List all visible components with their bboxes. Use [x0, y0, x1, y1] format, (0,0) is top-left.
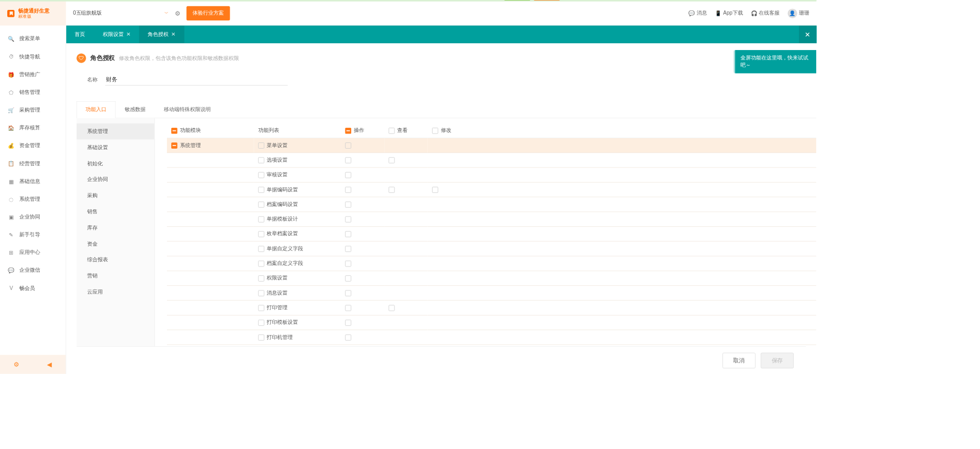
nav-item-4[interactable]: 🛒采购管理	[0, 101, 66, 119]
nav-icon: V	[8, 285, 15, 292]
user-menu[interactable]: 👤珊珊	[787, 8, 809, 18]
table-row: 系统管理菜单设置	[167, 138, 817, 152]
module-item-0[interactable]: 系统管理	[77, 124, 154, 140]
module-item-5[interactable]: 销售	[77, 204, 154, 220]
op-checkbox[interactable]	[345, 261, 351, 267]
module-checkbox[interactable]	[171, 142, 177, 149]
cancel-button[interactable]: 取消	[722, 353, 755, 368]
func-checkbox[interactable]	[258, 201, 265, 208]
table-row: 档案编码设置	[167, 197, 817, 212]
op-checkbox[interactable]	[345, 201, 351, 208]
shield-icon: 🛡	[77, 53, 86, 63]
func-checkbox[interactable]	[258, 261, 265, 267]
edit-header-checkbox[interactable]	[432, 128, 438, 134]
nav-item-7[interactable]: 📋经营管理	[0, 155, 66, 173]
func-checkbox[interactable]	[258, 172, 265, 178]
view-checkbox[interactable]	[389, 305, 395, 311]
nav-item-5[interactable]: 🏠库存核算	[0, 119, 66, 137]
table-row: 单据自定义字段	[167, 241, 817, 256]
sub-tab-2[interactable]: 移动端特殊权限说明	[155, 101, 220, 118]
module-item-7[interactable]: 资金	[77, 236, 154, 252]
module-item-2[interactable]: 初始化	[77, 155, 154, 172]
nav-label: 营销推广	[19, 71, 40, 78]
settings-icon[interactable]: ⚙	[14, 361, 19, 368]
experience-button[interactable]: 体验行业方案	[186, 6, 230, 20]
promo-training-button[interactable]: 在线培训	[504, 0, 530, 1]
func-checkbox[interactable]	[258, 320, 265, 326]
op-checkbox[interactable]	[345, 216, 351, 223]
op-checkbox[interactable]	[345, 290, 351, 296]
nav-item-8[interactable]: ▦基础信息	[0, 173, 66, 190]
op-checkbox[interactable]	[345, 142, 351, 149]
func-checkbox[interactable]	[258, 305, 265, 311]
edit-checkbox[interactable]	[432, 187, 438, 193]
module-item-8[interactable]: 综合报表	[77, 252, 154, 268]
role-name-input[interactable]	[105, 74, 288, 86]
module-item-4[interactable]: 采购	[77, 188, 154, 204]
view-checkbox[interactable]	[389, 157, 395, 163]
view-header-checkbox[interactable]	[389, 128, 395, 134]
func-checkbox[interactable]	[258, 142, 265, 149]
op-checkbox[interactable]	[345, 172, 351, 178]
nav-item-3[interactable]: ⬠销售管理	[0, 83, 66, 101]
func-checkbox[interactable]	[258, 275, 265, 282]
nav-item-6[interactable]: 💰资金管理	[0, 137, 66, 154]
app-download-link[interactable]: 📱App下载	[715, 9, 743, 17]
nav-item-0[interactable]: 🔍搜索菜单	[0, 30, 66, 47]
module-item-6[interactable]: 库存	[77, 220, 154, 236]
table-row: 单据编码设置	[167, 182, 817, 197]
promo-bar: ① 应用技巧！点击左侧菜单>销售管理>销货单，添加客户和商品体验30秒极速开单～…	[0, 0, 816, 1]
module-item-3[interactable]: 企业协同	[77, 172, 154, 188]
close-icon[interactable]: ✕	[126, 31, 130, 38]
sub-tab-0[interactable]: 功能入口	[77, 101, 116, 118]
nav-item-13[interactable]: 💬企业微信	[0, 261, 66, 279]
op-checkbox[interactable]	[345, 231, 351, 237]
nav-label: 库存核算	[19, 124, 40, 131]
fullscreen-tip[interactable]: 全屏功能在这里哦，快来试试吧～	[734, 50, 816, 74]
module-item-1[interactable]: 基础设置	[77, 139, 154, 155]
module-item-9[interactable]: 营销	[77, 268, 154, 284]
view-checkbox[interactable]	[389, 187, 395, 193]
nav-item-2[interactable]: 🎁营销推广	[0, 66, 66, 83]
left-nav: 🔍搜索菜单⏱快捷导航🎁营销推广⬠销售管理🛒采购管理🏠库存核算💰资金管理📋经营管理…	[0, 26, 66, 374]
func-checkbox[interactable]	[258, 231, 265, 237]
op-checkbox[interactable]	[345, 305, 351, 311]
promo-buy-button[interactable]: 立即购买	[534, 0, 560, 1]
op-checkbox[interactable]	[345, 157, 351, 163]
op-checkbox[interactable]	[345, 187, 351, 193]
gear-icon[interactable]: ⚙	[175, 10, 181, 17]
func-checkbox[interactable]	[258, 157, 265, 163]
func-checkbox[interactable]	[258, 187, 265, 193]
module-item-10[interactable]: 云应用	[77, 284, 154, 300]
nav-label: 搜索菜单	[19, 35, 40, 42]
func-checkbox[interactable]	[258, 216, 265, 223]
tab-0[interactable]: 首页	[66, 26, 94, 43]
op-checkbox[interactable]	[345, 275, 351, 282]
table-row: 档案自定义字段	[167, 256, 817, 271]
version-select[interactable]: 0五组旗舰版 ﹀	[73, 8, 169, 19]
nav-item-12[interactable]: ⊞应用中心	[0, 244, 66, 261]
nav-item-11[interactable]: ✎新手引导	[0, 226, 66, 244]
func-name: 审核设置	[267, 172, 288, 178]
tab-2[interactable]: 角色授权✕	[139, 26, 185, 43]
nav-item-9[interactable]: ◌系统管理	[0, 190, 66, 208]
op-checkbox[interactable]	[345, 334, 351, 341]
op-checkbox[interactable]	[345, 246, 351, 252]
nav-item-1[interactable]: ⏱快捷导航	[0, 48, 66, 66]
tab-1[interactable]: 权限设置✕	[94, 26, 139, 43]
nav-icon: ◌	[8, 196, 15, 202]
close-icon[interactable]: ✕	[171, 31, 175, 38]
collapse-icon[interactable]: ◀	[47, 361, 52, 368]
op-header-checkbox[interactable]	[345, 128, 351, 134]
func-checkbox[interactable]	[258, 290, 265, 296]
nav-item-10[interactable]: ▣企业协同	[0, 208, 66, 226]
nav-item-14[interactable]: V畅会员	[0, 280, 66, 297]
func-checkbox[interactable]	[258, 246, 265, 252]
module-header-checkbox[interactable]	[171, 128, 177, 134]
support-link[interactable]: 🎧在线客服	[751, 9, 780, 17]
func-checkbox[interactable]	[258, 334, 265, 341]
op-checkbox[interactable]	[345, 320, 351, 326]
close-all-tabs-button[interactable]: ✕	[799, 26, 816, 43]
sub-tab-1[interactable]: 敏感数据	[116, 101, 155, 118]
messages-link[interactable]: 💬消息	[688, 9, 707, 17]
